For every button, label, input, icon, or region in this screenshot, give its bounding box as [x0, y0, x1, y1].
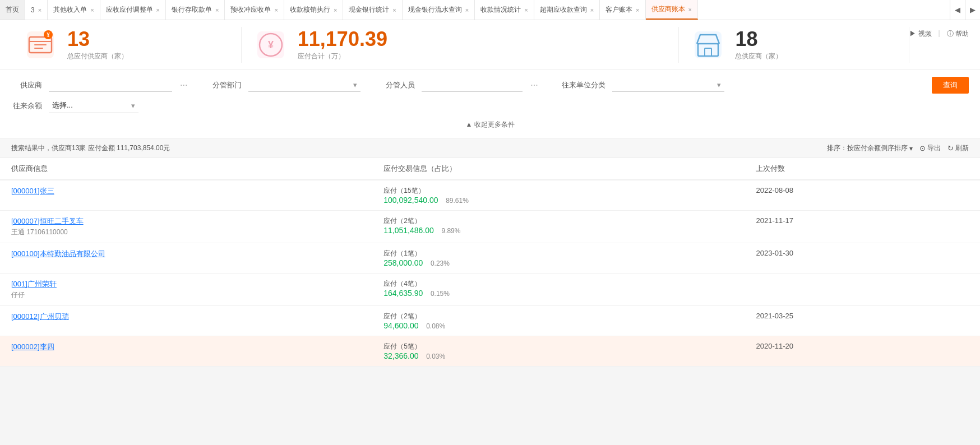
supplier-label: 供应商 — [11, 80, 42, 90]
stat2-info: 11,170.39 应付合计（万） — [298, 29, 387, 61]
stat2-number: 11,170.39 — [298, 29, 387, 49]
table-row: [000007]恒旺二手叉车 王通 17106110000 应付（2笔） 11,… — [0, 211, 980, 243]
supplier-dots[interactable]: ··· — [180, 80, 187, 90]
close-icon[interactable]: × — [215, 7, 219, 13]
top-navigation: 首页 3 × 其他收入单 × 应收应付调整单 × 银行存取款单 × 预收冲应收单… — [0, 0, 980, 20]
trans-amount-link[interactable]: 258,000.00 — [383, 258, 423, 267]
trans-cell: 应付（1笔） 258,000.00 0.23% — [372, 243, 745, 274]
trans-amount-link[interactable]: 94,600.00 — [383, 321, 418, 330]
trans-label: 应付（4笔） — [383, 279, 733, 289]
nav-next-arrow[interactable]: ▶ — [965, 0, 980, 20]
table-row: [000012]广州贝瑞 应付（2笔） 94,600.00 0.08% 2021… — [0, 306, 980, 336]
close-icon[interactable]: × — [465, 7, 469, 13]
stat1-info: 13 总应付供应商（家） — [67, 29, 128, 61]
trans-pct: 9.89% — [441, 227, 460, 235]
supplier-cell: [001]广州荣轩 仔仔 — [0, 274, 372, 306]
export-button[interactable]: ⊙ 导出 — [919, 143, 941, 153]
chevron-down-icon: ▾ — [909, 145, 913, 152]
nav-scroll-arrows: ◀ ▶ — [950, 0, 980, 20]
trans-amount-link[interactable]: 32,366.00 — [383, 351, 418, 360]
table-row: [000100]本特勤油品有限公司 应付（1笔） 258,000.00 0.23… — [0, 243, 980, 274]
supplier-link[interactable]: [000100]本特勤油品有限公司 — [11, 249, 105, 258]
stat1-label: 总应付供应商（家） — [67, 52, 128, 61]
nav-bank-deposit[interactable]: 银行存取款单 × — [166, 0, 225, 20]
supplier-link[interactable]: [001]广州荣轩 — [11, 280, 57, 288]
supplier-table: 供应商信息 应付交易信息（占比） 上次付数 [000001]张三 应付（15笔）… — [0, 158, 980, 367]
supplier-cell: [000012]广州贝瑞 — [0, 306, 372, 336]
person-input[interactable] — [422, 78, 523, 92]
close-icon[interactable]: × — [90, 7, 94, 13]
trans-amount-row: 94,600.00 0.08% — [383, 321, 733, 330]
trans-amount-row: 100,092,540.00 89.61% — [383, 196, 733, 205]
nav-customer-ledger[interactable]: 客户账本 × — [600, 0, 645, 20]
export-icon: ⊙ — [919, 144, 926, 152]
nav-adjustment[interactable]: 应收应付调整单 × — [100, 0, 166, 20]
close-icon[interactable]: × — [274, 7, 278, 13]
supplier-cell: [000007]恒旺二手叉车 王通 17106110000 — [0, 211, 372, 243]
close-icon[interactable]: × — [156, 7, 160, 13]
trans-cell: 应付（4笔） 164,635.90 0.15% — [372, 274, 745, 306]
close-icon[interactable]: × — [688, 6, 692, 13]
balance-select[interactable]: 选择... ▾ — [49, 98, 138, 113]
stats-bar: ¥ 13 总应付供应商（家） ¥ 11,170.39 应付合计（万） — [0, 20, 980, 70]
supplier-link[interactable]: [000007]恒旺二手叉车 — [11, 217, 84, 225]
col-header-supplier: 供应商信息 — [0, 158, 372, 180]
close-icon[interactable]: × — [524, 7, 528, 13]
trans-amount-link[interactable]: 11,051,486.00 — [383, 226, 434, 235]
trans-amount-link[interactable]: 164,635.90 — [383, 289, 423, 298]
table-row: [001]广州荣轩 仔仔 应付（4笔） 164,635.90 0.15% — [0, 274, 980, 306]
nav-collection[interactable]: 收款核销执行 × — [284, 0, 343, 20]
supplier-input[interactable] — [49, 78, 172, 92]
person-dots[interactable]: ··· — [530, 80, 538, 90]
close-icon[interactable]: × — [590, 7, 594, 13]
collapse-button[interactable]: ▲ 收起更多条件 — [11, 118, 969, 132]
sort-select[interactable]: 排序：按应付余额倒序排序 ▾ — [827, 143, 913, 153]
nav-prepay[interactable]: 预收冲应收单 × — [225, 0, 284, 20]
trans-amount-link[interactable]: 100,092,540.00 — [383, 196, 438, 205]
nav-supplier-ledger[interactable]: 供应商账本 × — [646, 0, 698, 20]
close-icon[interactable]: × — [392, 7, 396, 13]
close-icon[interactable]: × — [38, 7, 41, 13]
supplier-link[interactable]: [000001]张三 — [11, 187, 54, 195]
nav-home[interactable]: 首页 — [0, 0, 25, 20]
stat2-label: 应付合计（万） — [298, 52, 387, 61]
category-select[interactable]: ▾ — [612, 78, 724, 92]
last-pay-date: 2021-11-17 — [756, 216, 793, 225]
nav-tab-3[interactable]: 3 × — [25, 0, 48, 20]
trans-amount-row: 258,000.00 0.23% — [383, 258, 733, 267]
nav-cash-flow[interactable]: 现金银行流水查询 × — [403, 0, 475, 20]
stat-total-suppliers: 18 总供应商（家） — [679, 27, 909, 63]
refresh-button[interactable]: ↻ 刷新 — [947, 143, 969, 153]
top-links: ▶ 视频 | ⓘ 帮助 — [909, 27, 969, 39]
nav-prev-arrow[interactable]: ◀ — [950, 0, 965, 20]
stat-payable-suppliers: ¥ 13 总应付供应商（家） — [11, 27, 242, 63]
supplier-link[interactable]: [000002]李四 — [11, 342, 54, 351]
nav-collection-stats[interactable]: 收款情况统计 × — [475, 0, 534, 20]
supplier-link[interactable]: [000012]广州贝瑞 — [11, 312, 69, 321]
trans-amount-row: 164,635.90 0.15% — [383, 289, 733, 298]
stat3-label: 总供应商（家） — [735, 52, 782, 61]
trans-label: 应付（5笔） — [383, 342, 733, 351]
video-link[interactable]: ▶ 视频 — [909, 29, 931, 39]
nav-cash-stats[interactable]: 现金银行统计 × — [343, 0, 402, 20]
trans-cell: 应付（5笔） 32,366.00 0.03% — [372, 336, 745, 367]
last-pay-cell: 2021-11-17 — [745, 211, 980, 243]
help-link[interactable]: ⓘ 帮助 — [947, 29, 969, 39]
svg-text:¥: ¥ — [268, 39, 274, 50]
payable-icon: ¥ — [22, 27, 58, 63]
nav-other-income[interactable]: 其他收入单 × — [48, 0, 100, 20]
trans-pct: 0.03% — [426, 353, 445, 360]
stat-payable-total: ¥ 11,170.39 应付合计（万） — [242, 27, 679, 63]
result-text: 搜索结果中，供应商13家 应付金额 111,703,854.00元 — [11, 143, 170, 153]
total-icon: ¥ — [253, 27, 289, 63]
dept-select[interactable]: ▾ — [248, 78, 360, 92]
close-icon[interactable]: × — [636, 7, 639, 13]
supplier-cell: [000001]张三 — [0, 180, 372, 211]
filter-area: 供应商 ··· 分管部门 ▾ 分管人员 ··· 往来单位分类 ▾ 查询 往来余额… — [0, 70, 980, 139]
svg-text:¥: ¥ — [47, 32, 50, 38]
close-icon[interactable]: × — [334, 7, 337, 13]
nav-overdue[interactable]: 超期应收款查询 × — [534, 0, 600, 20]
filter-row-1: 供应商 ··· 分管部门 ▾ 分管人员 ··· 往来单位分类 ▾ 查询 — [11, 77, 969, 94]
query-button[interactable]: 查询 — [932, 77, 969, 94]
trans-cell: 应付（15笔） 100,092,540.00 89.61% — [372, 180, 745, 211]
